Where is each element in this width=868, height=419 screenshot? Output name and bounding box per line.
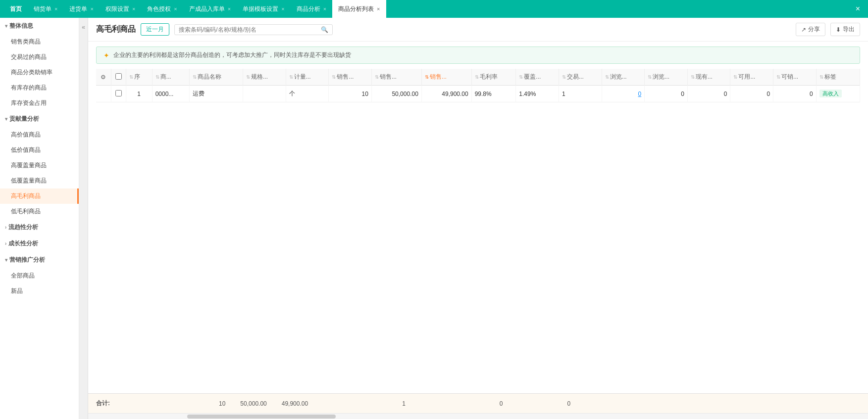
sidebar-collapse-button[interactable]: «	[79, 18, 88, 419]
row-current-stock: 0	[687, 86, 730, 102]
table-header-row: ⚙ ⇅序 ⇅商... ⇅商品名称 ⇅规格... ⇅计量... ⇅销售... ⇅销…	[96, 69, 860, 86]
nav-tab-permissions[interactable]: 权限设置 ×	[100, 0, 141, 18]
chevron-left-icon: «	[82, 24, 85, 31]
arrow-right-icon-2: ›	[5, 241, 6, 246]
sidebar-group-overall[interactable]: ▾ 整体信息	[0, 18, 79, 34]
table-row: 1 0000... 运费 个 10 50,000.00 49,900.00 99…	[96, 86, 860, 102]
col-current-stock: ⇅现有...	[687, 69, 730, 86]
footer-qty: 10	[219, 400, 225, 407]
row-spec	[243, 86, 286, 102]
col-qty: ⇅销售...	[329, 69, 372, 86]
row-browse1: 0	[602, 86, 645, 102]
footer-browse1: 0	[500, 400, 503, 407]
nav-tab-template[interactable]: 单据模板设置 ×	[237, 0, 290, 18]
main-layout: ▾ 整体信息 销售类商品 交易过的商品 商品分类助销率 有库存的商品 库存资金占…	[0, 18, 868, 419]
row-sellable: 0	[773, 86, 817, 102]
horizontal-scrollbar[interactable]	[88, 413, 868, 419]
row-checkbox	[111, 86, 126, 102]
close-roles-tab[interactable]: ×	[174, 6, 177, 12]
nav-tab-product-analysis[interactable]: 商品分析 ×	[291, 0, 332, 18]
col-index: ⇅序	[126, 69, 152, 86]
close-permissions-tab[interactable]: ×	[132, 6, 135, 12]
close-purchase-tab[interactable]: ×	[90, 6, 93, 12]
export-button[interactable]: ⬇ 导出	[830, 23, 860, 36]
row-qty: 10	[329, 86, 372, 102]
sidebar-item-stock-capital[interactable]: 库存资金占用	[0, 95, 79, 111]
select-all-checkbox[interactable]	[115, 73, 122, 80]
sidebar-item-sales-goods[interactable]: 销售类商品	[0, 34, 79, 49]
close-sales-tab[interactable]: ×	[54, 6, 57, 12]
browse1-link[interactable]: 0	[638, 91, 642, 97]
col-checkbox	[111, 69, 126, 86]
row-name: 运费	[190, 86, 243, 102]
sidebar-item-traded-goods[interactable]: 交易过的商品	[0, 49, 79, 65]
col-sale-amt: ⇅销售...	[371, 69, 421, 86]
row-coverage: 1.49%	[516, 86, 559, 102]
col-unit: ⇅计量...	[286, 69, 329, 86]
nav-tab-roles[interactable]: 角色授权 ×	[141, 0, 183, 18]
row-trade: 1	[559, 86, 602, 102]
nav-tab-home[interactable]: 首页	[4, 0, 28, 18]
sidebar-item-high-coverage[interactable]: 高覆盖量商品	[0, 158, 79, 173]
col-sale-profit: ⇅销售...	[421, 69, 471, 86]
close-analysis-tab[interactable]: ×	[323, 6, 326, 12]
footer-available: 0	[567, 400, 571, 407]
sidebar-group-marketing[interactable]: ▾ 营销推广分析	[0, 252, 79, 268]
search-input[interactable]	[179, 26, 321, 33]
row-gear	[96, 86, 111, 102]
row-code[interactable]: 0000...	[152, 86, 190, 102]
col-gear[interactable]: ⚙	[96, 69, 111, 86]
nav-tab-product-entry[interactable]: 产成品入库单 ×	[183, 0, 237, 18]
sidebar-group-trend[interactable]: › 流趋性分析	[0, 219, 79, 235]
col-available: ⇅可用...	[730, 69, 773, 86]
row-sale-amt: 50,000.00	[371, 86, 421, 102]
nav-close-all[interactable]: ×	[852, 4, 864, 13]
search-icon[interactable]: 🔍	[321, 26, 328, 33]
col-browse2: ⇅浏览...	[645, 69, 688, 86]
row-tag: 高收入	[816, 86, 860, 102]
share-icon: ↗	[801, 26, 806, 33]
row-browse2: 0	[645, 86, 688, 102]
nav-tab-purchase[interactable]: 进货单 ×	[63, 0, 99, 18]
sidebar: ▾ 整体信息 销售类商品 交易过的商品 商品分类助销率 有库存的商品 库存资金占…	[0, 18, 79, 419]
footer-sale-profit: 49,900.00	[282, 400, 308, 407]
sidebar-item-new-goods[interactable]: 新品	[0, 283, 79, 299]
scrollbar-thumb[interactable]	[187, 415, 336, 419]
share-button[interactable]: ↗ 分享	[796, 23, 825, 36]
sidebar-item-low-value[interactable]: 低价值商品	[0, 142, 79, 158]
sidebar-item-in-stock[interactable]: 有库存的商品	[0, 80, 79, 95]
row-unit: 个	[286, 86, 329, 102]
arrow-right-icon: ›	[5, 225, 6, 230]
sidebar-group-growth[interactable]: › 成长性分析	[0, 235, 79, 252]
row-gross-margin: 99.8%	[471, 86, 516, 102]
nav-tab-analysis-list[interactable]: 商品分析列表 ×	[332, 0, 386, 18]
col-spec: ⇅规格...	[243, 69, 286, 86]
close-product-entry-tab[interactable]: ×	[228, 6, 231, 12]
sidebar-item-low-coverage[interactable]: 低覆盖量商品	[0, 173, 79, 188]
data-table: ⚙ ⇅序 ⇅商... ⇅商品名称 ⇅规格... ⇅计量... ⇅销售... ⇅销…	[96, 69, 860, 102]
close-analysis-list-tab[interactable]: ×	[377, 6, 380, 12]
sidebar-group-contribution[interactable]: ▾ 贡献量分析	[0, 111, 79, 127]
content-header: 高毛利商品 近一月 🔍 ↗ 分享 ⬇ 导出	[88, 18, 868, 42]
sidebar-item-category-rate[interactable]: 商品分类助销率	[0, 65, 79, 80]
info-banner: ✦ 企业的主要的利润都是这部分商品创造的，可考虑加大推广，同时关注库存是不要出现…	[96, 47, 860, 64]
row-select-checkbox[interactable]	[115, 90, 122, 96]
sidebar-item-all-goods[interactable]: 全部商品	[0, 268, 79, 283]
page-title: 高毛利商品	[96, 24, 136, 35]
close-template-tab[interactable]: ×	[281, 6, 284, 12]
nav-tab-sales[interactable]: 销货单 ×	[28, 0, 63, 18]
footer-trade: 1	[402, 400, 406, 407]
period-button[interactable]: 近一月	[141, 23, 169, 36]
info-icon: ✦	[103, 51, 109, 59]
row-index: 1	[126, 86, 152, 102]
col-tag: ⇅标签	[816, 69, 860, 86]
row-available: 0	[730, 86, 773, 102]
row-sale-profit: 49,900.00	[421, 86, 471, 102]
col-name: ⇅商品名称	[190, 69, 243, 86]
col-browse1: ⇅浏览...	[602, 69, 645, 86]
sidebar-item-high-margin[interactable]: 高毛利商品	[0, 188, 79, 204]
table-container: ⚙ ⇅序 ⇅商... ⇅商品名称 ⇅规格... ⇅计量... ⇅销售... ⇅销…	[88, 69, 868, 393]
footer-label: 合计:	[96, 399, 110, 408]
sidebar-item-high-value[interactable]: 高价值商品	[0, 127, 79, 142]
sidebar-item-low-margin[interactable]: 低毛利商品	[0, 204, 79, 219]
